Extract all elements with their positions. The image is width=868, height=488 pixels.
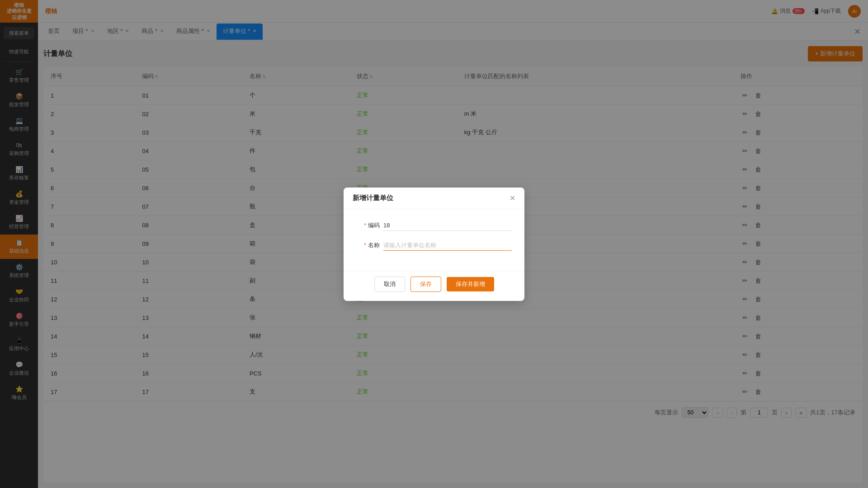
modal-title: 新增计量单位 <box>353 194 393 202</box>
name-label: 名称 <box>356 241 383 249</box>
modal-overlay[interactable]: 新增计量单位 ✕ 编码 名称 取消 保存 保存并新增 <box>0 0 868 488</box>
add-unit-modal: 新增计量单位 ✕ 编码 名称 取消 保存 保存并新增 <box>344 188 524 301</box>
modal-close-button[interactable]: ✕ <box>509 194 515 202</box>
modal-body: 编码 名称 <box>344 209 524 271</box>
name-input[interactable] <box>383 240 512 251</box>
code-input[interactable] <box>383 220 512 231</box>
save-and-new-button[interactable]: 保存并新增 <box>447 277 494 291</box>
form-item-code: 编码 <box>356 220 512 231</box>
modal-header: 新增计量单位 ✕ <box>344 188 524 209</box>
modal-footer: 取消 保存 保存并新增 <box>344 271 524 301</box>
cancel-button[interactable]: 取消 <box>374 277 405 292</box>
code-label: 编码 <box>356 221 383 230</box>
save-button[interactable]: 保存 <box>410 277 441 292</box>
form-item-name: 名称 <box>356 240 512 251</box>
